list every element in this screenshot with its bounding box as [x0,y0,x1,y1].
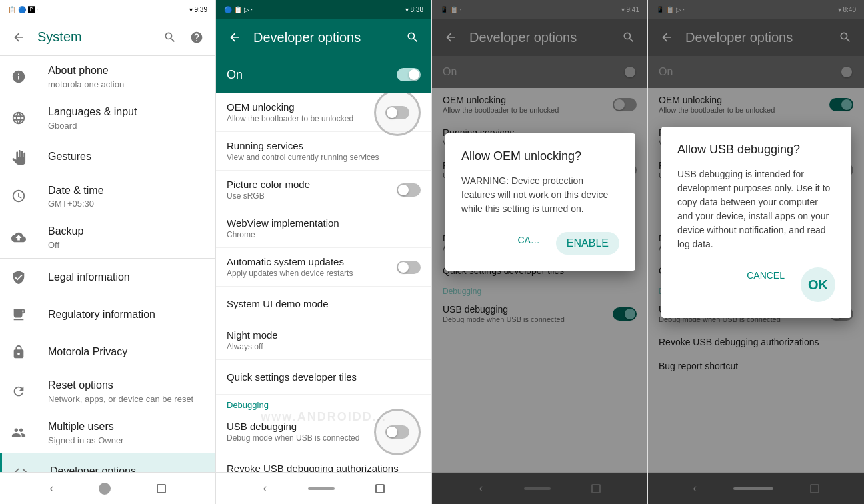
time-display-2: 8:38 [411,6,423,13]
revoke-title-2: Revoke USB debugging authorizations [227,463,421,472]
usb-cancel-btn[interactable]: Cancel [741,267,790,302]
search-button-2[interactable] [405,29,421,45]
nav-back-1[interactable]: ‹ [49,481,53,495]
usb-dialog-actions: Cancel OK [677,267,835,302]
nav-home-btn-2[interactable] [308,487,335,490]
colormode-subtitle-2: Use sRGB [227,191,397,201]
reset-icon [11,383,27,399]
notification-icons: 📋 🔵 🅿 · [8,6,38,13]
quicktiles-item-2[interactable]: Quick settings developer tiles [216,360,431,395]
oem-title-2: OEM unlocking [227,101,378,113]
backup-text: Backup Off [48,225,205,250]
usb-ok-btn[interactable]: OK [801,267,835,302]
users-title: Multiple users [48,420,205,434]
gestures-text: Gestures [48,150,205,164]
backup-title: Backup [48,225,205,239]
running-item-2[interactable]: Running services View and control curren… [216,132,431,171]
users-icon [11,425,27,441]
legal-title: Legal information [48,271,205,285]
about-icon [11,69,27,85]
nav-back-2[interactable]: ‹ [263,481,267,495]
about-title: About phone [48,64,205,78]
languages-title: Languages & input [48,105,205,119]
languages-text: Languages & input Gboard [48,105,205,131]
backup-subtitle: Off [48,240,205,250]
nav-bar-1: ‹ [0,472,215,504]
oem-item-2[interactable]: OEM unlocking Allow the bootloader to be… [216,93,431,132]
oem-toggle-2[interactable] [385,106,409,119]
app-bar-1: System [0,19,215,56]
reset-subtitle: Network, apps, or device can be reset [48,394,205,404]
usbdebug-title-2: USB debugging [227,421,378,432]
datetime-icon [11,188,27,204]
sidebar-item-gestures[interactable]: Gestures [0,139,215,176]
autoupdate-item-2[interactable]: Automatic system updates Apply updates w… [216,248,431,287]
quicktiles-text-2: Quick settings developer tiles [227,371,421,383]
sidebar-item-legal[interactable]: Legal information [0,259,215,296]
webview-subtitle-2: Chrome [227,230,421,239]
nav-recents-1[interactable] [157,484,166,493]
oem-dialog: Allow OEM unlocking? WARNING: Device pro… [445,133,635,271]
uidemo-title-2: System UI demo mode [227,298,421,309]
webview-item-2[interactable]: WebView implementation Chrome [216,209,431,248]
colormode-item-2[interactable]: Picture color mode Use sRGB [216,171,431,209]
wifi-icon: ▾ [189,6,193,13]
oem-subtitle-2: Allow the bootloader to be unlocked [227,114,378,123]
usbdebug-toggle-2[interactable] [385,425,409,439]
nightmode-subtitle-2: Always off [227,342,421,351]
settings-list-1: About phone motorola one action Language… [0,56,215,472]
usbdebug-toggle-highlight [374,409,421,455]
usbdebug-item-2[interactable]: USB debugging Debug mode when USB is con… [216,413,431,451]
privacy-title: Motorola Privacy [48,345,205,359]
developer-title: Developer options [50,465,205,472]
app-bar-title-1: System [37,29,151,45]
panel-developer: 🔵 📋 ▷ · ▾ 8:38 Developer options On OEM … [216,0,432,504]
sidebar-item-users[interactable]: Multiple users Signed in as Owner [0,412,215,453]
sidebar-item-developer[interactable]: Developer options [0,453,215,472]
sidebar-item-languages[interactable]: Languages & input Gboard [0,97,215,139]
autoupdate-toggle-2[interactable] [397,261,421,274]
nightmode-item-2[interactable]: Night mode Always off [216,321,431,360]
webview-text-2: WebView implementation Chrome [227,217,421,239]
back-button-2[interactable] [227,29,243,45]
backup-icon [11,229,27,245]
sidebar-item-about[interactable]: About phone motorola one action [0,56,215,97]
sidebar-item-datetime[interactable]: Date & time GMT+05:30 [0,176,215,217]
revoke-text-2: Revoke USB debugging authorizations [227,463,421,472]
languages-icon [11,110,27,126]
dev-on-label-2: On [227,68,243,82]
wifi-icon-2: ▾ [405,6,409,13]
status-icons-2-left: 🔵 📋 ▷ · [224,6,253,13]
regulatory-text: Regulatory information [48,308,205,322]
notification-icons-2: 🔵 📋 ▷ · [224,6,253,13]
sidebar-item-reset[interactable]: Reset options Network, apps, or device c… [0,371,215,412]
running-subtitle-2: View and control currently running servi… [227,153,421,162]
languages-subtitle: Gboard [48,121,205,131]
about-text: About phone motorola one action [48,64,205,89]
back-button-1[interactable] [11,29,27,45]
dev-on-toggle-2[interactable] [397,68,421,81]
oem-dialog-actions: Ca… Enable [461,232,619,255]
colormode-text-2: Picture color mode Use sRGB [227,179,397,201]
app-bar-title-2: Developer options [253,30,394,45]
privacy-icon [11,344,27,360]
regulatory-title: Regulatory information [48,308,205,322]
help-button-1[interactable] [189,29,205,45]
datetime-text: Date & time GMT+05:30 [48,184,205,209]
time-display: 9:39 [195,6,207,13]
oem-toggle-highlight [374,93,421,136]
sidebar-item-privacy[interactable]: Motorola Privacy [0,333,215,371]
colormode-toggle-2[interactable] [397,183,421,197]
oem-enable-btn[interactable]: Enable [556,232,619,255]
sidebar-item-backup[interactable]: Backup Off [0,217,215,258]
uidemo-item-2[interactable]: System UI demo mode [216,287,431,321]
reset-text: Reset options Network, apps, or device c… [48,379,205,404]
search-button-1[interactable] [162,29,178,45]
sidebar-item-regulatory[interactable]: Regulatory information [0,296,215,333]
status-icons-2-right: ▾ 8:38 [405,6,423,13]
oem-cancel-btn[interactable]: Ca… [512,232,545,255]
usb-dialog: Allow USB debugging? USB debugging is in… [661,127,851,318]
nav-bar-2: ‹ [216,472,431,504]
nav-home-btn-1[interactable] [99,483,111,495]
nav-recents-2[interactable] [375,484,385,493]
